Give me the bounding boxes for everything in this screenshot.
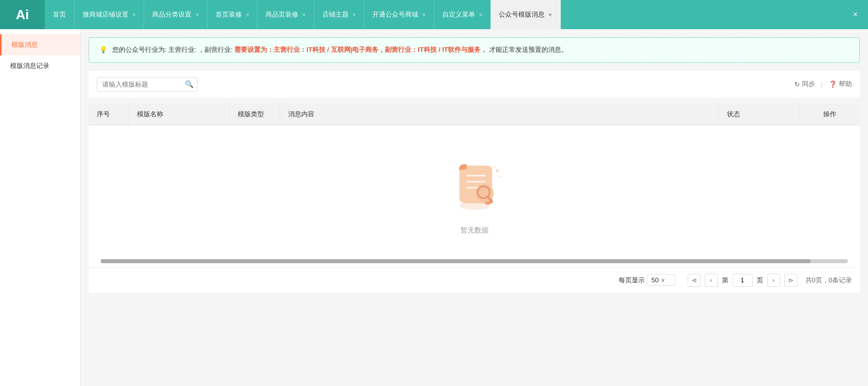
page-unit: 页 (757, 276, 763, 285)
help-button[interactable]: ❓ 帮助 (829, 80, 852, 89)
notice-prefix: 您的公众号行业为: 主营行业: ，副营行业: (112, 46, 233, 53)
close-all-button[interactable]: × (843, 0, 868, 29)
nav-tabs: 首页微商城店铺设置×商品分类设置×首页装修×商品页装修×店铺主题×开通公众号商城… (45, 0, 843, 29)
nav-tab-templatemsg[interactable]: 公众号模版消息× (491, 0, 560, 29)
next-page-button[interactable]: › (767, 274, 780, 287)
nav-tab-theme[interactable]: 店铺主题× (314, 0, 364, 29)
search-icon[interactable]: 🔍 (185, 80, 193, 88)
tab-close-productpage[interactable]: × (302, 12, 305, 18)
tab-close-mall[interactable]: × (422, 12, 425, 18)
nav-tab-category[interactable]: 商品分类设置× (144, 0, 207, 29)
logo-text: Ai (16, 7, 29, 23)
first-page-button[interactable]: ⊲ (688, 274, 701, 287)
total-info: 共0页，0条记录 (806, 276, 852, 285)
per-page-label: 每页显示 (619, 276, 645, 285)
table-container: 序号 模版名称 模版类型 消息内容 状态 操作 (89, 104, 860, 293)
empty-text: 暂无数据 (460, 226, 489, 235)
tab-close-weshop[interactable]: × (132, 12, 136, 18)
nav-tab-mall[interactable]: 开通公众号商城× (364, 0, 434, 29)
scroll-area[interactable] (89, 255, 860, 267)
sync-button[interactable]: ↻ 同步 (794, 80, 815, 89)
last-page-button[interactable]: ⊳ (784, 274, 797, 287)
empty-state: 暂无数据 (89, 125, 860, 255)
page-number-input[interactable] (732, 274, 753, 287)
notice-box: 💡 您的公众号行业为: 主营行业: ，副营行业: 需要设置为：主营行业：IT科技… (89, 37, 860, 63)
table-header: 序号 模版名称 模版类型 消息内容 状态 操作 (89, 104, 860, 125)
tab-close-templatemsg[interactable]: × (549, 12, 552, 18)
col-header-content: 消息内容 (280, 104, 719, 125)
prev-page-button[interactable]: ‹ (705, 274, 718, 287)
notice-highlight: 需要设置为：主营行业：IT科技 / 互联网|电子商务，副营行业：IT科技 / I… (234, 46, 487, 53)
page-size-selector: 每页显示 50 ∨ (619, 274, 675, 286)
nav-tab-weshop[interactable]: 微商城店铺设置× (75, 0, 144, 29)
tab-close-theme[interactable]: × (353, 12, 356, 18)
nav-tab-homepage[interactable]: 首页装修× (208, 0, 257, 29)
notice-suffix: 才能正常发送预置的消息。 (489, 46, 568, 53)
tab-close-homepage[interactable]: × (246, 12, 249, 18)
sync-icon: ↻ (794, 81, 800, 88)
sync-label: 同步 (802, 80, 815, 89)
search-right: ↻ 同步 | ❓ 帮助 (794, 80, 852, 89)
sidebar-item-record[interactable]: 模版消息记录 (0, 55, 80, 76)
nav-tab-custommenu[interactable]: 自定义菜单× (434, 0, 491, 29)
scroll-thumb[interactable] (101, 259, 811, 263)
svg-point-8 (499, 176, 501, 178)
sidebar-item-template[interactable]: 模版消息 (0, 34, 80, 55)
empty-illustration (444, 156, 505, 216)
scroll-track[interactable] (101, 259, 848, 263)
divider: | (821, 81, 823, 88)
col-header-type: 模版类型 (230, 104, 280, 125)
top-nav: Ai 首页微商城店铺设置×商品分类设置×首页装修×商品页装修×店铺主题×开通公众… (0, 0, 868, 29)
svg-point-7 (496, 169, 499, 172)
col-header-name: 模版名称 (129, 104, 230, 125)
page-label: 第 (722, 276, 728, 285)
notice-icon: 💡 (99, 46, 107, 53)
page-size-value: 50 (651, 276, 658, 284)
help-label: 帮助 (839, 80, 852, 89)
nav-tab-home[interactable]: 首页 (45, 0, 75, 29)
search-left: 🔍 (97, 77, 197, 92)
content-area: 💡 您的公众号行业为: 主营行业: ，副营行业: 需要设置为：主营行业：IT科技… (81, 29, 868, 386)
pagination: 每页显示 50 ∨ ⊲ ‹ 第 页 › ⊳ 共0页，0条记录 (89, 267, 860, 293)
main-layout: 模版消息模版消息记录 💡 您的公众号行业为: 主营行业: ，副营行业: 需要设置… (0, 29, 868, 386)
sidebar: 模版消息模版消息记录 (0, 29, 81, 386)
svg-point-9 (494, 166, 496, 168)
search-input-wrap: 🔍 (97, 77, 197, 92)
col-header-seq: 序号 (89, 104, 129, 125)
search-bar: 🔍 ↻ 同步 | ❓ 帮助 (89, 71, 860, 98)
help-icon: ❓ (829, 81, 837, 88)
tab-close-category[interactable]: × (195, 12, 198, 18)
page-size-select-box[interactable]: 50 ∨ (647, 274, 675, 286)
nav-tab-productpage[interactable]: 商品页装修× (257, 0, 314, 29)
select-arrow-icon: ∨ (661, 277, 665, 283)
app-logo: Ai (0, 0, 45, 29)
col-header-status: 状态 (719, 104, 799, 125)
tab-close-custommenu[interactable]: × (479, 12, 482, 18)
col-header-action: 操作 (799, 104, 860, 125)
search-input[interactable] (97, 77, 197, 92)
